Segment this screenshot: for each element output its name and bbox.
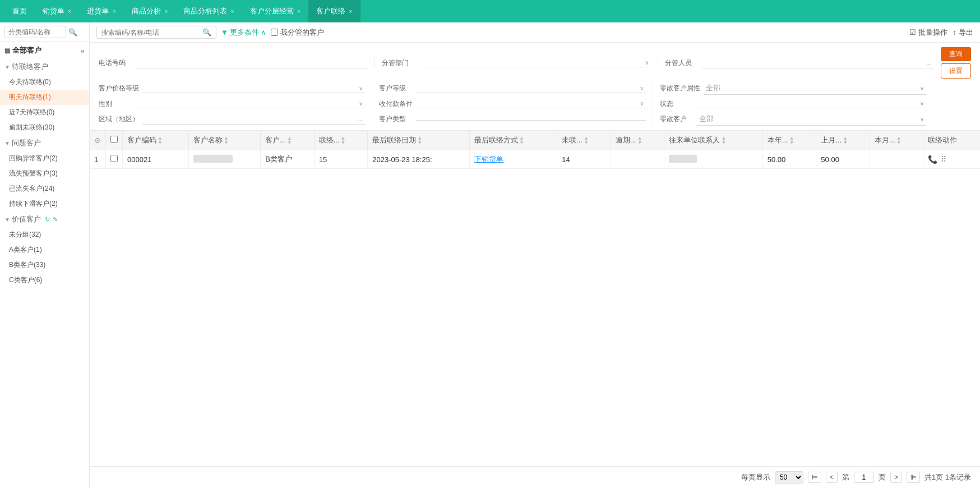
sort-date-icon[interactable]: ▲▼: [417, 136, 422, 145]
cell-last-contact-date: 2023-05-23 18:25:: [368, 150, 470, 169]
sidebar-search-icon[interactable]: 🔍: [68, 28, 77, 36]
nav-home[interactable]: 首页: [4, 0, 35, 22]
filter-retail: 零散客户 全部 ∨: [660, 113, 926, 126]
close-customer-contact-icon[interactable]: ×: [349, 8, 352, 15]
all-customers-header[interactable]: ▦ 全部客户 «: [0, 42, 89, 59]
nav-customer-contact[interactable]: 客户联络 ×: [308, 0, 360, 22]
th-this-month: 本月... ▲▼: [870, 131, 923, 150]
close-product-analysis-icon[interactable]: ×: [164, 8, 168, 15]
batch-operation-btn[interactable]: ☑ 批量操作: [909, 27, 947, 38]
sidebar-item-overdue-contact[interactable]: 逾期未联络(30): [0, 120, 89, 135]
person-select[interactable]: ...: [702, 58, 934, 68]
gender-select[interactable]: ∨: [136, 99, 365, 108]
retail-select[interactable]: 全部 ∨: [697, 113, 926, 126]
payment-select[interactable]: ∨: [416, 99, 645, 108]
region-select[interactable]: ...: [142, 114, 365, 125]
filter-row-4: 区域（地区） ... 客户类型 零散客户: [99, 113, 971, 126]
page-number-input[interactable]: [854, 472, 874, 483]
close-product-analysis-list-icon[interactable]: ×: [230, 8, 234, 15]
pending-contact-group[interactable]: ▼ 待联络客户: [0, 59, 89, 75]
dept-select[interactable]: ∨: [419, 58, 651, 67]
customer-level-label: 客户等级: [379, 84, 413, 93]
region-dots[interactable]: ...: [357, 115, 363, 123]
sidebar-item-c-class[interactable]: C类客户(6): [0, 273, 89, 288]
cell-last-month: 50.00: [816, 150, 870, 169]
sidebar-item-a-class[interactable]: A类客户(1): [0, 242, 89, 257]
sidebar-item-b-class[interactable]: B类客户(33): [0, 257, 89, 273]
price-level-select[interactable]: ∨: [142, 84, 365, 93]
dept-select-arrow: ∨: [645, 59, 649, 66]
prev-page-btn[interactable]: <: [826, 472, 838, 483]
sort-contact-count-icon[interactable]: ▲▼: [341, 136, 346, 145]
sort-last-month-icon[interactable]: ▲▼: [843, 136, 848, 145]
last-contact-method-link[interactable]: 下销货单: [474, 155, 503, 163]
close-purchase-order-icon[interactable]: ×: [112, 8, 115, 15]
payment-arrow: ∨: [640, 100, 644, 107]
sidebar-item-today-contact[interactable]: 今天待联络(0): [0, 75, 89, 90]
phone-input[interactable]: [136, 58, 368, 68]
sort-name-icon[interactable]: ▲▼: [224, 136, 229, 145]
nav-customer-tier[interactable]: 客户分层经营 ×: [242, 0, 308, 22]
sidebar-item-abnormal[interactable]: 回购异常客户(2): [0, 151, 89, 166]
sort-overdue-icon[interactable]: ▲▼: [637, 136, 642, 145]
per-page-select[interactable]: 50 20 100: [775, 471, 803, 484]
retail-attr-select[interactable]: 全部 ∨: [704, 82, 926, 95]
first-page-btn[interactable]: ⊨: [808, 472, 821, 483]
nav-sales-order[interactable]: 销货单 ×: [35, 0, 79, 22]
sidebar-item-churn-warning[interactable]: 流失预警客户(3): [0, 166, 89, 181]
person-label: 分管人员: [665, 58, 699, 68]
sidebar-item-7days-contact[interactable]: 近7天待联络(0): [0, 105, 89, 120]
query-btn[interactable]: 查询: [941, 47, 971, 61]
reset-btn[interactable]: 设置: [941, 63, 971, 79]
sidebar-item-churned[interactable]: 已流失客户(24): [0, 181, 89, 196]
person-dots[interactable]: ...: [926, 59, 932, 67]
export-btn[interactable]: ↑ 导出: [953, 27, 974, 38]
action-more-icon[interactable]: ⠿: [941, 155, 946, 164]
select-all-checkbox[interactable]: [110, 136, 118, 143]
nav-purchase-order[interactable]: 进货单 ×: [79, 0, 123, 22]
th-settings: ⚙: [90, 131, 106, 150]
sort-this-year-icon[interactable]: ▲▼: [789, 136, 794, 145]
customer-level-select[interactable]: ∨: [416, 84, 645, 93]
sort-this-month-icon[interactable]: ▲▼: [896, 136, 902, 145]
more-filter-btn[interactable]: ▼ 更多条件 ∧: [221, 27, 266, 38]
close-customer-tier-icon[interactable]: ×: [297, 8, 301, 15]
divider1: [375, 57, 375, 68]
th-this-year: 本年... ▲▼: [762, 131, 816, 150]
pagination: 每页显示 50 20 100 ⊨ < 第 页 > ⊫ 共1页 1条记录: [90, 466, 980, 488]
search-input[interactable]: [101, 29, 202, 36]
status-select[interactable]: ∨: [697, 99, 926, 108]
retail-label: 零散客户: [660, 114, 694, 124]
sort-code-icon[interactable]: ▲▼: [158, 136, 163, 145]
customer-type-select[interactable]: [416, 118, 645, 121]
sort-method-icon[interactable]: ▲▼: [519, 136, 524, 145]
th-checkbox: [106, 131, 123, 150]
nav-product-analysis-list[interactable]: 商品分析列表 ×: [175, 0, 242, 22]
my-customers-checkbox[interactable]: [271, 29, 278, 36]
sidebar-item-ungrouped[interactable]: 未分组(32): [0, 227, 89, 242]
settings-icon[interactable]: ⚙: [94, 136, 101, 145]
sidebar-search-input[interactable]: [4, 26, 66, 38]
last-page-btn[interactable]: ⊫: [907, 472, 920, 483]
table-row: 1 000021 B类客户 15 2023-05-23 18:25: 下销货单: [90, 150, 980, 169]
nav-product-analysis[interactable]: 商品分析 ×: [124, 0, 175, 22]
sort-uncontact-icon[interactable]: ▲▼: [584, 136, 589, 145]
next-page-btn[interactable]: >: [890, 472, 902, 483]
close-sales-order-icon[interactable]: ×: [68, 8, 71, 15]
value-customers-group[interactable]: ▼ 价值客户 ↻ ✎: [0, 211, 89, 227]
page-label: 第: [842, 472, 849, 482]
sort-contact-person-icon[interactable]: ▲▼: [721, 136, 726, 145]
divider4: [653, 83, 653, 94]
sidebar-item-tomorrow-contact[interactable]: 明天待联络(1): [0, 90, 89, 105]
sort-ctype-icon[interactable]: ▲▼: [287, 136, 292, 145]
action-phone-icon[interactable]: 📞: [928, 155, 937, 164]
search-button-icon[interactable]: 🔍: [202, 28, 211, 36]
sidebar-item-declining[interactable]: 持续下滑客户(2): [0, 196, 89, 211]
filter-row-1: 电话号码 分管部门 ∨ 分管人员 ...: [99, 47, 971, 79]
problem-customers-group[interactable]: ▼ 问题客户: [0, 135, 89, 151]
row-checkbox[interactable]: [110, 155, 118, 162]
collapse-icon[interactable]: «: [81, 47, 85, 55]
retail-attr-label: 零散客户属性: [660, 84, 700, 93]
my-customers-checkbox-area[interactable]: 我分管的客户: [271, 27, 324, 38]
price-level-arrow: ∨: [359, 85, 363, 91]
